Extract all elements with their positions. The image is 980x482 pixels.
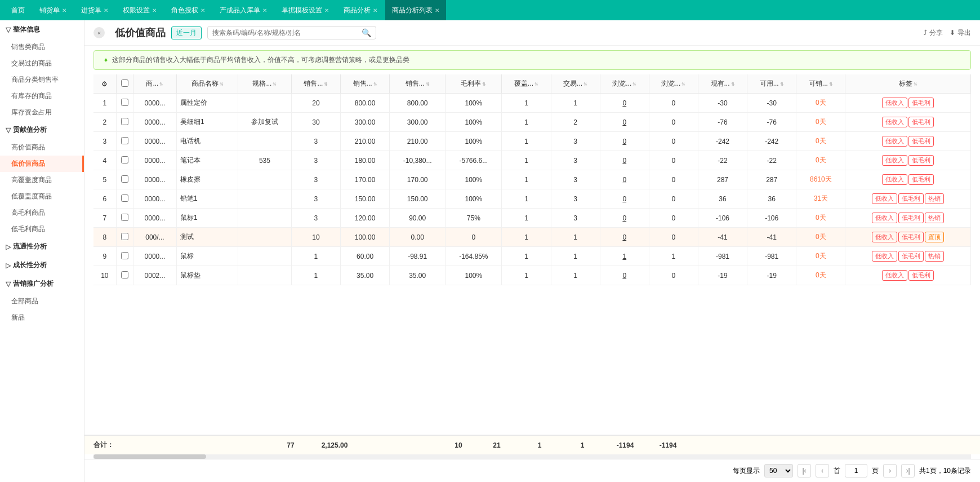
sidebar-item-new-products[interactable]: 新品 (0, 309, 84, 326)
col-tags[interactable]: 标签⇅ (845, 74, 971, 94)
sidebar-item-low-margin[interactable]: 低毛利商品 (0, 221, 84, 237)
sidebar-item-traded-products[interactable]: 交易过的商品 (0, 55, 84, 72)
cell-checkbox[interactable] (116, 132, 133, 151)
view1-link[interactable]: 0 (622, 138, 626, 145)
export-button[interactable]: ⬇ 导出 (950, 28, 971, 38)
cell-view1[interactable]: 0 (600, 189, 649, 209)
view1-link[interactable]: 0 (622, 176, 626, 184)
sidebar-item-low-coverage[interactable]: 低覆盖度商品 (0, 188, 84, 205)
col-code[interactable]: 商...⇅ (133, 74, 176, 94)
col-margin[interactable]: 毛利率⇅ (446, 74, 502, 94)
nav-close-analysis[interactable]: ✕ (373, 7, 377, 14)
col-name[interactable]: 商品名称⇅ (177, 74, 238, 94)
cell-view1[interactable]: 0 (600, 151, 649, 170)
cell-view1[interactable]: 1 (600, 247, 649, 266)
cell-checkbox[interactable] (116, 170, 133, 189)
sidebar-group-overall[interactable]: ▽ 整体信息 (0, 20, 84, 39)
col-coverage[interactable]: 覆盖...⇅ (502, 74, 551, 94)
nav-purchase-order[interactable]: 进货单 ✕ (74, 0, 115, 20)
cell-checkbox[interactable] (116, 228, 133, 247)
sidebar-item-high-margin[interactable]: 高毛利商品 (0, 205, 84, 221)
next-page-button[interactable]: › (883, 464, 897, 477)
col-current[interactable]: 现有...⇅ (698, 74, 747, 94)
sidebar-item-capital[interactable]: 库存资金占用 (0, 104, 84, 121)
view1-link[interactable]: 0 (622, 157, 626, 165)
cell-view1[interactable]: 0 (600, 209, 649, 228)
sidebar-group-contribution[interactable]: ▽ 贡献值分析 (0, 121, 84, 139)
share-button[interactable]: ⤴ 分享 (924, 28, 943, 38)
nav-close-purchase[interactable]: ✕ (104, 7, 108, 14)
nav-home[interactable]: 首页 (5, 0, 32, 20)
scrollbar-thumb[interactable] (93, 454, 206, 459)
view1-link[interactable]: 1 (622, 253, 626, 260)
per-page-select[interactable]: 50 100 200 (764, 464, 793, 477)
cell-view1[interactable]: 0 (600, 170, 649, 189)
search-icon[interactable]: 🔍 (362, 28, 371, 37)
view1-link[interactable]: 0 (622, 272, 626, 280)
nav-product-analysis[interactable]: 商品分析 ✕ (337, 0, 384, 20)
cell-checkbox[interactable] (116, 209, 133, 228)
col-view1[interactable]: 浏览...⇅ (600, 74, 649, 94)
nav-sales-order[interactable]: 销货单 ✕ (33, 0, 73, 20)
sidebar-item-high-coverage[interactable]: 高覆盖度商品 (0, 172, 84, 188)
page-input[interactable] (845, 464, 867, 477)
col-sales-qty[interactable]: 销售...⇅ (291, 74, 340, 94)
col-spec[interactable]: 规格...⇅ (238, 74, 291, 94)
view1-link[interactable]: 0 (622, 99, 626, 107)
cell-checkbox[interactable] (116, 113, 133, 132)
cell-view1[interactable]: 0 (600, 266, 649, 285)
sidebar-group-liquidity[interactable]: ▷ 流通性分析 (0, 237, 84, 256)
nav-role-auth[interactable]: 角色授权 ✕ (164, 0, 212, 20)
cell-view1[interactable]: 0 (600, 132, 649, 151)
nav-template-settings[interactable]: 单据模板设置 ✕ (275, 0, 336, 20)
cell-checkbox[interactable] (116, 266, 133, 285)
search-input[interactable] (212, 29, 358, 37)
row-checkbox[interactable] (121, 252, 128, 259)
view1-link[interactable]: 0 (622, 233, 626, 241)
view1-link[interactable]: 0 (622, 195, 626, 203)
row-checkbox[interactable] (121, 156, 128, 163)
row-checkbox[interactable] (121, 118, 128, 125)
col-sales-amount[interactable]: 销售...⇅ (390, 74, 446, 94)
sidebar-item-stock-products[interactable]: 有库存的商品 (0, 88, 84, 104)
prev-page-button[interactable]: ‹ (816, 464, 829, 477)
sidebar-group-growth[interactable]: ▷ 成长性分析 (0, 256, 84, 275)
nav-close-list[interactable]: ✕ (435, 7, 439, 14)
col-settings[interactable]: ⚙ (93, 74, 116, 94)
row-checkbox[interactable] (121, 137, 128, 144)
cell-view1[interactable]: 0 (600, 94, 649, 113)
cell-checkbox[interactable] (116, 247, 133, 266)
first-page-button[interactable]: |‹ (798, 464, 811, 477)
row-checkbox[interactable] (121, 271, 128, 278)
cell-view1[interactable]: 0 (600, 113, 649, 132)
nav-analysis-list[interactable]: 商品分析列表 ✕ (385, 0, 446, 20)
select-all-checkbox[interactable] (121, 79, 128, 87)
nav-close-role[interactable]: ✕ (201, 7, 205, 14)
sidebar-item-sales-products[interactable]: 销售类商品 (0, 39, 84, 55)
nav-close-permissions[interactable]: ✕ (152, 7, 157, 14)
cell-checkbox[interactable] (116, 189, 133, 209)
sidebar-group-marketing[interactable]: ▽ 营销推广分析 (0, 275, 84, 293)
nav-permissions[interactable]: 权限设置 ✕ (116, 0, 163, 20)
horizontal-scrollbar[interactable] (93, 454, 971, 459)
row-checkbox[interactable] (121, 214, 128, 221)
last-page-button[interactable]: ›| (901, 464, 915, 477)
view1-link[interactable]: 0 (622, 214, 626, 222)
cell-checkbox[interactable] (116, 151, 133, 170)
col-sales-price[interactable]: 销售...⇅ (341, 74, 390, 94)
nav-product-stock[interactable]: 产成品入库单 ✕ (213, 0, 274, 20)
view1-link[interactable]: 0 (622, 118, 626, 126)
row-checkbox[interactable] (121, 194, 128, 202)
row-checkbox[interactable] (121, 99, 128, 106)
sidebar-item-all-products[interactable]: 全部商品 (0, 293, 84, 309)
cell-checkbox[interactable] (116, 94, 133, 113)
col-transaction[interactable]: 交易...⇅ (551, 74, 600, 94)
col-sellable[interactable]: 可销...⇅ (796, 74, 845, 94)
cell-view1[interactable]: 0 (600, 228, 649, 247)
row-checkbox[interactable] (121, 175, 128, 183)
time-filter-button[interactable]: 近一月 (171, 26, 202, 39)
row-checkbox[interactable] (121, 233, 128, 240)
nav-close-product[interactable]: ✕ (262, 7, 267, 14)
nav-close-template[interactable]: ✕ (324, 7, 329, 14)
sidebar-item-category-sales[interactable]: 商品分类销售率 (0, 72, 84, 88)
